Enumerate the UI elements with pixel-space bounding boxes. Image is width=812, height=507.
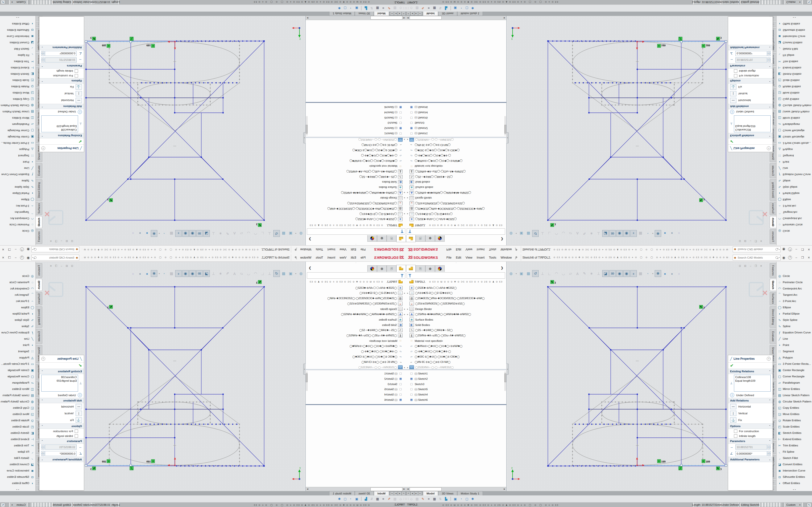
tab-nav-icon[interactable]: ⏭: [390, 12, 394, 15]
sketch-tool-item[interactable]: ◗ Partial Ellipse: [776, 311, 812, 317]
toolbar-icon[interactable]: ◉: [189, 270, 196, 277]
search-icon[interactable]: [34, 248, 37, 251]
sketch-tool-item[interactable]: ⊢ Extend Entities: [0, 436, 36, 442]
toolbar-icon[interactable]: +: [630, 270, 637, 277]
rollback-bar[interactable]: [406, 404, 506, 405]
option-row[interactable]: For construction: [39, 73, 84, 78]
doc-window-control-icon[interactable]: ⊡: [70, 240, 74, 242]
tree-row[interactable]: ▱ ◯✱ИN⊚⊻÷◯✱⊙I◯◦◯I⊙✱◯÷⊻⊚NИ✱◯: [306, 344, 406, 349]
doc-window-control-icon[interactable]: –: [60, 240, 63, 242]
toolbar-icon[interactable]: ▣: [287, 230, 294, 237]
toolbar-icon[interactable]: ◡: [245, 270, 252, 277]
sketch-tool-item[interactable]: ⊢ Extend Entities: [0, 65, 36, 71]
motion-toolbar-icon[interactable]: ▢: [342, 6, 348, 11]
expand-arrow-icon[interactable]: ▸: [406, 192, 409, 194]
tree-row[interactable]: ▢ (-) Sketch5: [306, 115, 406, 120]
toolbar-icon[interactable]: ●: [130, 230, 136, 237]
checkbox[interactable]: [75, 430, 78, 433]
tree-row[interactable]: ▸ ◔ ◯Λ⊻⊛✱2S◦Ƨ◯◦◯Ƨ◦S2✱⊛⊻Λ◯: [406, 212, 506, 217]
tree-row[interactable]: ▸ ◔ ◯Λ⊻⊛✱2S◦Ƨ◯◦◯Ƨ◦S2✱⊛⊻Λ◯: [306, 290, 406, 295]
tree-row[interactable]: ◧ Solid Bodies: [406, 180, 506, 185]
tab-configuration-manager[interactable]: ⊕: [425, 235, 435, 242]
sketch-tool-item[interactable]: ◞ Sketch Fillet: [776, 455, 812, 461]
toolbar-icon[interactable]: ◉: [616, 270, 623, 277]
tab-featuremanager-design-tree[interactable]: [406, 235, 416, 242]
sketch-tool-item[interactable]: ∿ Style Spline: [0, 184, 36, 190]
toolbar-icon[interactable]: ▾: [651, 270, 654, 277]
doc-window-control-icon[interactable]: ⊡: [738, 265, 742, 267]
sketch-tool-item[interactable]: ◰ Scale Entities: [0, 424, 36, 430]
tree-row[interactable]: ∷ Material <not specified>: [306, 164, 406, 169]
search-input[interactable]: [37, 256, 75, 259]
sketch-tool-item[interactable]: ╱ Line: [776, 336, 812, 342]
sketch-tool-item[interactable]: ◧ Stretch Entities: [0, 71, 36, 77]
tab-property-manager[interactable]: ⎘: [416, 265, 425, 272]
menu-item[interactable]: Edit: [349, 255, 358, 260]
tree-row[interactable]: ▢ (-) Sketch1: [306, 131, 406, 136]
tree-row[interactable]: ▢ (-) Sketch4: [306, 110, 406, 115]
length-field[interactable]: 10.88152731: [735, 57, 767, 62]
sketch-tool-item[interactable]: ◱ Copy Entities: [776, 405, 812, 411]
sketch-tool-item[interactable]: ◯ Ellipse: [0, 196, 36, 203]
tree-row[interactable]: TЯPDL2. ⊙ Ɛ3 ⊙ Ɯ ⊙ ⊙ ⊙ ✥ ⊙ ƆC ⊙ Ɛ3 ⊙ ∔ ⊙…: [406, 223, 506, 228]
section-parameters[interactable]: Parameters ⌃: [728, 63, 773, 68]
angle-field[interactable]: 0.00000000°: [735, 451, 767, 456]
toolbar-icon[interactable]: ◠: [252, 230, 259, 237]
tree-filter-box[interactable]: [407, 272, 505, 279]
sketch-tool-item[interactable]: ◞ Sketch Fillet: [0, 455, 36, 461]
tab-nav-icon[interactable]: ◀: [410, 12, 414, 15]
toolbar-icon[interactable]: ▾: [158, 270, 161, 277]
tree-row[interactable]: ▢ (-) Sketch1: [406, 131, 506, 136]
commandmanager-tab[interactable]: Features: [36, 229, 42, 244]
motion-toolbar-icon[interactable]: ▢: [342, 496, 348, 501]
section-parameters[interactable]: Parameters ⌃: [39, 439, 84, 444]
search-caret-icon[interactable]: ▾: [33, 248, 33, 250]
motion-toolbar-icon[interactable]: ◇: [408, 496, 414, 501]
sketch-tool-item[interactable]: ◟ Fit Spline: [0, 52, 36, 58]
commandmanager-tab[interactable]: Direct Editing: [36, 306, 42, 328]
sketch-tool-item[interactable]: ◶ Rotate Entities: [0, 83, 36, 90]
section-options[interactable]: Options ⌃: [728, 78, 773, 83]
restore-button[interactable]: ❐: [6, 247, 12, 252]
sketch-tool-item[interactable]: ◖ Offset Entities: [776, 21, 812, 27]
toolbar-icon[interactable]: ◉: [182, 230, 189, 237]
panel-expand-icon[interactable]: ❯: [501, 237, 503, 241]
motion-toolbar-icon[interactable]: ◔: [348, 496, 354, 501]
toolbar-icon[interactable]: ⊥: [210, 230, 217, 237]
units-dropdown[interactable]: Custom ▲: [9, 503, 28, 507]
toolbar-icon[interactable]: ●: [130, 270, 136, 277]
section-parameters[interactable]: Parameters ⌃: [728, 439, 773, 444]
checkbox[interactable]: [734, 430, 737, 433]
close-button[interactable]: ✕: [0, 255, 6, 261]
toolbar-icon[interactable]: ▱: [238, 230, 245, 237]
doc-window-control-icon[interactable]: ⊟: [65, 265, 68, 267]
expand-icon[interactable]: ⌄: [769, 46, 771, 49]
document-tab[interactable]: Motion Study 1: [329, 12, 355, 16]
tab-property-manager[interactable]: ⎘: [387, 265, 396, 272]
section-additional-parameters[interactable]: Additional Parameters ⌄: [728, 457, 773, 462]
expand-arrow-icon[interactable]: ▸: [403, 313, 406, 316]
length-spinner[interactable]: ▲▼: [767, 57, 771, 62]
toolbar-icon[interactable]: ▣: [287, 270, 294, 277]
toolbar-icon[interactable]: ◉: [182, 270, 189, 277]
sketch-tool-item[interactable]: ∿ Spline: [776, 178, 812, 184]
section-add-relations[interactable]: Add Relations ⌃: [39, 398, 84, 403]
search-icon[interactable]: [775, 257, 778, 259]
sketch-tool-item[interactable]: ▢ Corner Rectangle: [776, 127, 812, 134]
section-add-relations[interactable]: Add Relations ⌃: [39, 104, 84, 109]
tree-row[interactable]: TЯPDL2. ⊙ Ɛ3 ⊙ Ɯ ⊙ ⊙ ⊙ ✥ ⊙ ƆC ⊙ Ɛ3 ⊙ ∔ ⊙…: [306, 223, 406, 228]
length-spinner[interactable]: ▲▼: [41, 57, 45, 62]
tree-row[interactable]: ▱ ◯·⊚✱◯✱⊙I◯◦◯I⊙✱◯✱⊚·◯: [406, 153, 506, 158]
confirmation-corner[interactable]: ✕: [749, 207, 768, 226]
cancel-sketch-icon[interactable]: ✕: [44, 210, 50, 218]
sketch-tool-item[interactable]: ◬ Polygon: [0, 354, 36, 361]
tab-nav-icon[interactable]: ◀: [410, 492, 414, 495]
toolbar-icon[interactable]: ⊥: [595, 270, 602, 277]
tab-display-manager[interactable]: [435, 265, 445, 272]
tree-row[interactable]: Σ ◯2SИN⊚◦✱A∩ω3Ɛ◯◦◯Ɛ3ω∩A✱◦⊚NИS2◯: [406, 169, 506, 174]
motion-toolbar-icon[interactable]: ▢: [464, 496, 470, 501]
sketch-tool-item[interactable]: ▪ Point: [0, 342, 36, 348]
toolbar-icon[interactable]: ●: [662, 270, 668, 277]
minimize-button[interactable]: –: [793, 247, 800, 252]
collapse-icon[interactable]: ⌃: [41, 370, 43, 373]
